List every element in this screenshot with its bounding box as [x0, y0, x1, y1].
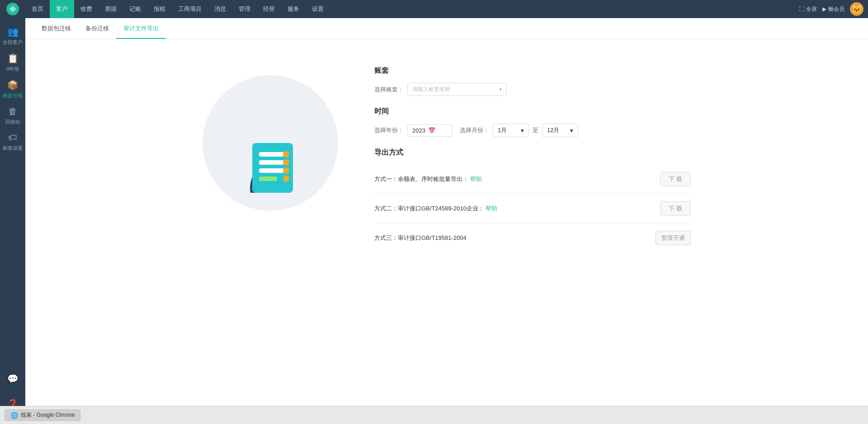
sidebar-item-all-clients[interactable]: 👥 全部客户	[0, 23, 25, 49]
zero-declare-icon: 📋	[7, 53, 19, 64]
svg-point-10	[283, 167, 289, 174]
chrome-icon: 🌐	[10, 412, 18, 419]
user-avatar[interactable]: 🐱	[850, 2, 863, 16]
member-button[interactable]: ▶ 畅会员	[822, 5, 844, 13]
method-3-text: 方式三：审计接口GB/T19581-2004	[374, 234, 467, 242]
method-1-download-button[interactable]: 下 载	[660, 172, 691, 186]
label-settings-icon: 🏷	[8, 133, 17, 143]
svg-rect-6	[259, 168, 284, 173]
nav-tax[interactable]: 报税	[147, 0, 172, 18]
nav-fee[interactable]: 收费	[74, 0, 99, 18]
svg-point-8	[283, 151, 289, 157]
sub-tabs: 数据包迁移 备份迁移 审计文件导出	[25, 18, 868, 39]
nav-settings[interactable]: 设置	[306, 0, 330, 18]
nav-right: ⛶ 全屏 ▶ 畅会员 🐱	[799, 2, 863, 16]
method-row-3: 方式三：审计接口GB/T19581-2004 暂缓开通	[374, 224, 691, 252]
svg-point-9	[283, 159, 289, 166]
top-navigation: 首页 客户 收费 票据 记账 报税 工商项目 消息 管理 经营 服务 设置 ⛶ …	[0, 0, 868, 18]
nav-msg[interactable]: 消息	[208, 0, 232, 18]
month-start-value: 1月	[498, 126, 507, 134]
taskbar: 🌐 线索 - Google Chrome	[0, 406, 868, 424]
sidebar-item-zero-declare[interactable]: 📋 0申报	[0, 49, 25, 76]
nav-account[interactable]: 记账	[123, 0, 147, 18]
year-value: 2023	[412, 127, 425, 134]
sidebar-item-message[interactable]: 💬	[0, 366, 25, 391]
account-select[interactable]: 请输入账套名称 ▾	[407, 83, 507, 96]
year-label: 选择年份：	[374, 126, 404, 134]
nav-biz[interactable]: 工商项目	[172, 0, 208, 18]
message-icon: 💬	[7, 373, 19, 384]
svg-rect-4	[259, 152, 284, 157]
tab-data-migration[interactable]: 数据包迁移	[34, 18, 78, 39]
month-start-arrow: ▾	[521, 127, 524, 134]
nav-ops[interactable]: 经营	[257, 0, 281, 18]
method-2-help-link[interactable]: 帮助	[486, 205, 497, 212]
to-label: 至	[533, 126, 538, 134]
content-area: 数据包迁移 备份迁移 审计文件导出	[25, 18, 868, 424]
nav-client[interactable]: 客户	[50, 0, 74, 18]
method-1-help-link[interactable]: 帮助	[470, 176, 482, 182]
nav-service[interactable]: 服务	[281, 0, 306, 18]
nav-home[interactable]: 首页	[25, 0, 50, 18]
all-clients-icon: 👥	[7, 26, 19, 37]
fullscreen-icon: ⛶	[799, 6, 804, 12]
sidebar: 👥 全部客户 📋 0申报 📦 账套迁移 🗑 回收站 🏷 标签设置 💬 ❓	[0, 18, 25, 424]
svg-rect-7	[259, 176, 277, 181]
sidebar-item-account-migration[interactable]: 📦 账套迁移	[0, 76, 25, 103]
account-row: 选择账套： 请输入账套名称 ▾	[374, 83, 691, 96]
method-row-2: 方式二：审计接口GB/T24589-2010企业： 帮助 下 载	[374, 194, 691, 224]
account-label: 选择账套：	[374, 86, 404, 94]
tab-backup-migration[interactable]: 备份迁移	[78, 18, 116, 39]
logo	[5, 1, 21, 17]
page-content: 账套 选择账套： 请输入账套名称 ▾ 时间 选择年份： 2023	[25, 39, 868, 424]
month-end-select[interactable]: 12月 ▾	[542, 124, 578, 137]
account-section-title: 账套	[374, 66, 691, 76]
main-layout: 👥 全部客户 📋 0申报 📦 账套迁移 🗑 回收站 🏷 标签设置 💬 ❓	[0, 18, 868, 424]
time-section-title: 时间	[374, 107, 691, 116]
chevron-down-icon: ▾	[500, 87, 502, 92]
month-end-value: 12月	[547, 126, 559, 134]
tab-audit-export[interactable]: 审计文件导出	[116, 18, 166, 39]
method-2-download-button[interactable]: 下 载	[660, 201, 691, 216]
svg-point-11	[283, 176, 289, 182]
nav-invoice[interactable]: 票据	[99, 0, 123, 18]
account-migration-icon: 📦	[7, 80, 19, 91]
account-placeholder: 请输入账套名称	[412, 86, 450, 93]
taskbar-chrome-item[interactable]: 🌐 线索 - Google Chrome	[5, 410, 80, 421]
export-methods: 方式一：余额表、序时账批量导出： 帮助 下 载 方式二：审计接口GB/T2458…	[374, 165, 691, 252]
month-end-arrow: ▾	[570, 127, 573, 134]
right-form: 账套 选择账套： 请输入账套名称 ▾ 时间 选择年份： 2023	[374, 57, 691, 252]
method-3-coming-soon-button[interactable]: 暂缓开通	[656, 231, 691, 245]
month-label: 选择月份：	[460, 126, 489, 134]
time-row: 选择年份： 2023 📅 选择月份： 1月 ▾ 至 12月	[374, 124, 691, 137]
sidebar-item-recycle[interactable]: 🗑 回收站	[0, 103, 25, 129]
svg-rect-5	[259, 160, 284, 165]
method-1-text: 方式一：余额表、序时账批量导出： 帮助	[374, 175, 482, 183]
month-start-select[interactable]: 1月 ▾	[493, 124, 529, 137]
method-2-text: 方式二：审计接口GB/T24589-2010企业： 帮助	[374, 205, 497, 213]
nav-manage[interactable]: 管理	[232, 0, 257, 18]
export-container: 账套 选择账套： 请输入账套名称 ▾ 时间 选择年份： 2023	[175, 57, 718, 252]
recycle-icon: 🗑	[8, 106, 17, 117]
calendar-icon: 📅	[428, 127, 435, 134]
fullscreen-button[interactable]: ⛶ 全屏	[799, 5, 817, 13]
illustration-svg	[225, 93, 316, 193]
illustration	[203, 75, 338, 211]
year-input[interactable]: 2023 📅	[407, 124, 453, 137]
method-row-1: 方式一：余额表、序时账批量导出： 帮助 下 载	[374, 165, 691, 194]
sidebar-item-label-settings[interactable]: 🏷 标签设置	[0, 129, 25, 155]
export-section-title: 导出方式	[374, 148, 691, 157]
nav-menu: 首页 客户 收费 票据 记账 报税 工商项目 消息 管理 经营 服务 设置	[25, 0, 799, 18]
member-icon: ▶	[822, 6, 826, 12]
